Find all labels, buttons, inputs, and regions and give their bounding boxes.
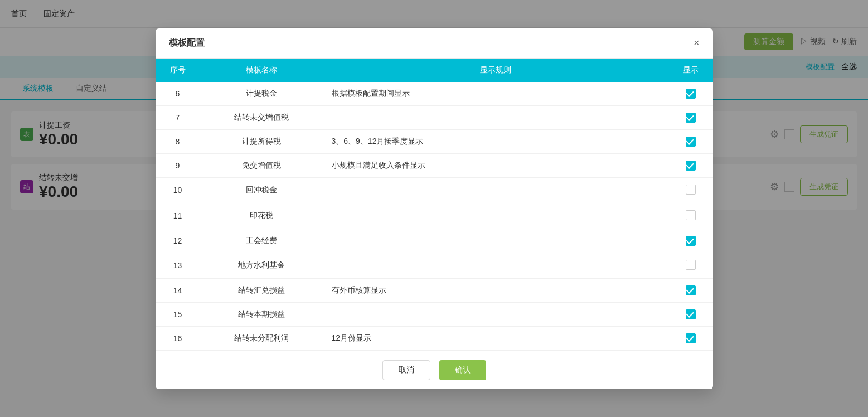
cell-checkbox [668,326,713,350]
row-checkbox[interactable] [686,309,696,319]
cell-checkbox [668,203,713,229]
table-row: 13地方水利基金 [156,253,713,278]
cell-checkbox [668,278,713,302]
cell-name: 计提所得税 [200,129,323,153]
cell-id: 8 [156,129,200,153]
cell-checkbox [668,253,713,278]
row-checkbox[interactable] [686,236,696,246]
row-checkbox[interactable] [686,260,696,270]
table-row: 11印花税 [156,203,713,229]
cell-id: 10 [156,177,200,203]
cell-id: 15 [156,302,200,326]
template-config-modal: 模板配置 × 序号 模板名称 显示规则 显示 6计提税金根据模板配置期间显示7结… [156,28,713,389]
cell-rule [323,229,668,253]
cell-id: 11 [156,203,200,229]
cell-rule [323,253,668,278]
cell-name: 结转本期损益 [200,302,323,326]
cell-rule [323,203,668,229]
col-header-name: 模板名称 [200,59,323,82]
table-row: 15结转本期损益 [156,302,713,326]
cell-rule [323,302,668,326]
cell-id: 14 [156,278,200,302]
cell-rule: 12月份显示 [323,326,668,350]
row-checkbox[interactable] [686,210,696,220]
row-checkbox[interactable] [686,113,696,123]
table-row: 16结转未分配利润12月份显示 [156,326,713,350]
cell-id: 13 [156,253,200,278]
cell-id: 7 [156,105,200,129]
cell-rule: 根据模板配置期间显示 [323,82,668,106]
cell-id: 6 [156,82,200,106]
modal-close-button[interactable]: × [694,37,700,49]
cell-name: 工会经费 [200,229,323,253]
cell-name: 计提税金 [200,82,323,106]
cell-checkbox [668,105,713,129]
table-header: 序号 模板名称 显示规则 显示 [156,59,713,82]
confirm-button[interactable]: 确认 [439,360,486,380]
cell-name: 印花税 [200,203,323,229]
cell-name: 结转未分配利润 [200,326,323,350]
cell-name: 回冲税金 [200,177,323,203]
row-checkbox[interactable] [686,137,696,147]
cell-rule: 有外币核算显示 [323,278,668,302]
table-row: 10回冲税金 [156,177,713,203]
row-checkbox[interactable] [686,185,696,195]
modal-overlay: 模板配置 × 序号 模板名称 显示规则 显示 6计提税金根据模板配置期间显示7结… [0,0,868,417]
cell-rule: 小规模且满足收入条件显示 [323,153,668,177]
cell-checkbox [668,229,713,253]
cell-name: 地方水利基金 [200,253,323,278]
cell-name: 免交增值税 [200,153,323,177]
col-header-display: 显示 [668,59,713,82]
cell-rule [323,177,668,203]
cell-rule [323,105,668,129]
modal-title: 模板配置 [169,37,205,49]
table-row: 6计提税金根据模板配置期间显示 [156,82,713,106]
table-body: 6计提税金根据模板配置期间显示7结转未交增值税8计提所得税3、6、9、12月按季… [156,82,713,351]
cell-checkbox [668,302,713,326]
cell-checkbox [668,177,713,203]
modal-body: 序号 模板名称 显示规则 显示 6计提税金根据模板配置期间显示7结转未交增值税8… [156,59,713,351]
modal-footer: 取消 确认 [156,351,713,389]
cell-checkbox [668,153,713,177]
table-row: 14结转汇兑损益有外币核算显示 [156,278,713,302]
table-row: 7结转未交增值税 [156,105,713,129]
col-header-id: 序号 [156,59,200,82]
table-row: 12工会经费 [156,229,713,253]
row-checkbox[interactable] [686,89,696,99]
cell-checkbox [668,82,713,106]
table-row: 9免交增值税小规模且满足收入条件显示 [156,153,713,177]
cell-checkbox [668,129,713,153]
config-table: 序号 模板名称 显示规则 显示 6计提税金根据模板配置期间显示7结转未交增值税8… [156,59,713,351]
cell-name: 结转汇兑损益 [200,278,323,302]
cell-id: 12 [156,229,200,253]
cell-id: 9 [156,153,200,177]
modal-header: 模板配置 × [156,28,713,59]
row-checkbox[interactable] [686,161,696,171]
cell-id: 16 [156,326,200,350]
row-checkbox[interactable] [686,285,696,295]
table-row: 8计提所得税3、6、9、12月按季度显示 [156,129,713,153]
row-checkbox[interactable] [686,333,696,343]
cell-name: 结转未交增值税 [200,105,323,129]
col-header-rule: 显示规则 [323,59,668,82]
cancel-button[interactable]: 取消 [382,360,430,380]
cell-rule: 3、6、9、12月按季度显示 [323,129,668,153]
